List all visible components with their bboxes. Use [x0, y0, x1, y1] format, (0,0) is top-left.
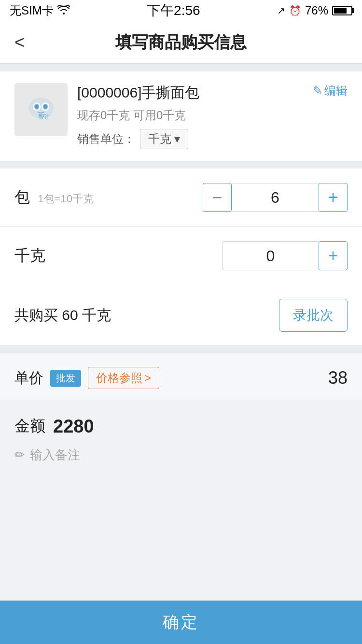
- confirm-button[interactable]: 确定: [0, 601, 362, 644]
- package-label: 包 1包=10千克: [14, 187, 94, 208]
- price-label: 单价: [14, 368, 43, 388]
- unit-label: 销售单位：: [77, 131, 135, 147]
- status-left: 无SIM卡: [10, 3, 70, 18]
- package-input-row: 包 1包=10千克 − +: [14, 183, 348, 212]
- product-info: [0000006]手撕面包 ✎ 编辑 现存0千克 可用0千克 销售单位： 千克 …: [77, 83, 348, 149]
- record-batch-button[interactable]: 录批次: [279, 299, 348, 332]
- alarm-icon: ⏰: [289, 5, 301, 16]
- confirm-button-label: 确定: [163, 611, 199, 633]
- total-text: 共购买 60 千克: [14, 306, 111, 325]
- product-unit-row: 销售单位： 千克 ▾: [77, 129, 348, 149]
- price-value: 38: [328, 368, 348, 388]
- status-bar: 无SIM卡 下午2:56 ↗ ⏰ 76%: [0, 0, 362, 21]
- note-icon: ✏: [14, 448, 25, 462]
- divider-top: [0, 64, 362, 71]
- svg-point-6: [44, 105, 47, 109]
- svg-point-5: [35, 105, 38, 109]
- kg-qty-control: +: [222, 241, 348, 270]
- svg-text:智计: 智计: [38, 113, 50, 120]
- note-placeholder: 输入备注: [30, 447, 80, 463]
- product-name-row: [0000006]手撕面包 ✎ 编辑: [77, 83, 348, 103]
- carrier-label: 无SIM卡: [10, 3, 54, 18]
- unit-select[interactable]: 千克 ▾: [140, 129, 188, 149]
- package-qty-control: − +: [203, 183, 348, 212]
- owl-logo-icon: 智计: [27, 94, 56, 126]
- nav-bar: < 填写商品购买信息: [0, 21, 362, 64]
- kg-input-row: 千克 +: [14, 241, 348, 270]
- batch-tag: 批发: [50, 370, 81, 387]
- battery-icon: [332, 6, 352, 15]
- kg-input-section: 千克 +: [0, 227, 362, 285]
- kg-label: 千克: [14, 245, 45, 266]
- package-plus-button[interactable]: +: [319, 183, 348, 212]
- edit-button[interactable]: ✎ 编辑: [313, 83, 348, 98]
- divider-3: [0, 346, 362, 353]
- price-row: 单价 批发 价格参照 > 38: [14, 367, 348, 389]
- status-right: ↗ ⏰ 76%: [277, 4, 352, 17]
- total-section: 共购买 60 千克 录批次: [0, 285, 362, 346]
- amount-section: 金额 2280 ✏ 输入备注: [0, 401, 362, 546]
- package-input-section: 包 1包=10千克 − +: [0, 168, 362, 227]
- back-button[interactable]: <: [14, 32, 25, 53]
- divider-2: [0, 161, 362, 168]
- product-image: 智计: [14, 83, 68, 136]
- package-sublabel: 1包=10千克: [38, 193, 94, 205]
- battery-percent: 76%: [305, 4, 328, 17]
- amount-label: 金额: [14, 416, 45, 437]
- amount-row: 金额 2280: [14, 416, 348, 437]
- product-name: [0000006]手撕面包: [77, 83, 199, 103]
- package-qty-input[interactable]: [232, 183, 319, 212]
- note-row[interactable]: ✏ 输入备注: [14, 447, 348, 463]
- dropdown-icon: ▾: [174, 132, 180, 146]
- price-ref-icon: >: [144, 371, 151, 385]
- price-section: 单价 批发 价格参照 > 38: [0, 353, 362, 401]
- product-card: 智计 [0000006]手撕面包 ✎ 编辑 现存0千克 可用0千克 销售单位： …: [0, 71, 362, 161]
- kg-plus-button[interactable]: +: [319, 241, 348, 270]
- amount-value: 2280: [53, 416, 94, 437]
- page-title: 填写商品购买信息: [115, 31, 247, 54]
- price-ref-label: 价格参照: [96, 370, 142, 386]
- edit-icon: ✎: [313, 84, 322, 98]
- status-time: 下午2:56: [147, 1, 200, 20]
- package-minus-button[interactable]: −: [203, 183, 232, 212]
- price-ref-button[interactable]: 价格参照 >: [88, 367, 159, 389]
- product-stock: 现存0千克 可用0千克: [77, 108, 348, 123]
- kg-qty-input[interactable]: [222, 241, 319, 270]
- wifi-icon: [57, 4, 70, 17]
- location-icon: ↗: [277, 5, 285, 16]
- unit-value: 千克: [148, 131, 171, 147]
